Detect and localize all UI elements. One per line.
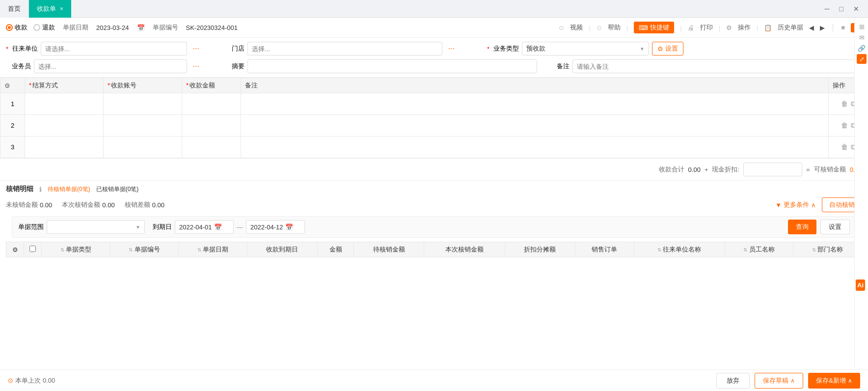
tab-receipt[interactable]: 收款单 × (29, 0, 71, 18)
col-due-date-label: 收款到期日 (266, 246, 298, 253)
range-field: 单据范围 ▼ (18, 220, 145, 234)
counterparty-field: * 往来单位 ··· (6, 42, 202, 56)
row-account-2[interactable] (104, 115, 182, 137)
row-delete-icon-1[interactable]: 🗑 (841, 100, 848, 108)
business-type-select[interactable]: 预收款 ▼ (522, 42, 649, 56)
radio-receive[interactable]: 收款 (6, 23, 27, 32)
radio-receive-label: 收款 (15, 23, 27, 32)
business-type-field: * 业务类型 预收款 ▼ ⚙ 设置 (487, 42, 683, 56)
row-settle-1[interactable] (25, 93, 104, 115)
row-delete-icon-3[interactable]: 🗑 (841, 143, 848, 151)
filter-setting-button[interactable]: 设置 (820, 220, 850, 234)
circle-icon-help: ⊙ (597, 24, 602, 31)
summary-input[interactable] (247, 59, 537, 73)
receipt-type-group: 收款 退款 (6, 23, 55, 32)
col-doc-num-label: 单据编号 (135, 246, 160, 253)
radio-refund-dot (33, 24, 40, 31)
sidebar-mail-icon[interactable]: ✉ (857, 32, 867, 42)
counterparty-more-icon[interactable]: ··· (190, 44, 202, 53)
range-select[interactable]: ▼ (47, 220, 145, 234)
sidebar-table-icon[interactable]: ⊞ (857, 22, 867, 31)
col-company-label: 往来单位名称 (663, 246, 701, 253)
col-company-header: ⇅ 往来单位名称 (634, 242, 725, 257)
row-amount-3[interactable] (182, 137, 241, 158)
help-button[interactable]: 帮助 (608, 23, 621, 32)
form-row-1: * 往来单位 ··· 门店 ··· * 业务类型 预收款 ▼ ⚙ (6, 42, 862, 56)
tab-done[interactable]: 已核销单据(0笔) (96, 185, 139, 194)
row-account-1[interactable] (104, 93, 182, 115)
number-value: SK-20230324-001 (186, 24, 238, 31)
save-draft-button[interactable]: 保存草稿 ∧ (755, 373, 803, 389)
nav-prev-button[interactable]: ◀ (809, 24, 814, 31)
bottom-table: ⚙ ⇅ 单据类型 ⇅ 单据编号 ⇅ 单据日期 (6, 242, 862, 257)
save-draft-label: 保存草稿 (763, 376, 788, 385)
footer-buttons: 放弃 保存草稿 ∧ 保存&新增 ∧ (716, 373, 860, 389)
tab-close-icon[interactable]: × (60, 5, 63, 12)
query-button[interactable]: 查询 (788, 220, 816, 234)
action-button[interactable]: 操作 (738, 23, 751, 32)
row-remark-2[interactable] (241, 115, 829, 137)
settings-button[interactable]: ⚙ 设置 (652, 42, 683, 56)
counterparty-input[interactable] (41, 42, 187, 56)
row-remark-3[interactable] (241, 137, 829, 158)
discount-input[interactable] (743, 163, 802, 176)
sidebar-expand-icon[interactable]: ⤢ (857, 54, 867, 64)
row-remark-1[interactable] (241, 93, 829, 115)
print-button[interactable]: 打印 (700, 23, 713, 32)
col-dept-label: 部门名称 (817, 246, 843, 253)
select-all-checkbox[interactable] (29, 246, 36, 252)
store-input[interactable] (247, 42, 442, 56)
number-label: 单据编号 (153, 23, 178, 32)
date-value[interactable]: 2023-03-24 (96, 24, 129, 31)
required-star: * (6, 45, 8, 53)
summary-label: 摘要 (232, 62, 244, 71)
table-settings-icon[interactable]: ⚙ (4, 82, 10, 89)
row-num-1: 1 (0, 93, 25, 115)
tab-home[interactable]: 首页 (0, 0, 29, 18)
tab-receipt-label: 收款单 (37, 4, 56, 13)
shortcut-button[interactable]: ⌨ 快捷键 (634, 22, 674, 33)
video-button[interactable]: 视频 (570, 23, 583, 32)
calendar-icon[interactable]: 📅 (137, 24, 145, 31)
date-label: 到期日 (153, 223, 172, 231)
col-sales-order-label: 销售订单 (592, 246, 617, 253)
nav-next-button[interactable]: ▶ (820, 24, 825, 31)
close-button[interactable]: ✕ (850, 4, 862, 14)
radio-refund[interactable]: 退款 (33, 23, 55, 32)
row-account-3[interactable] (104, 137, 182, 158)
help-label: 帮助 (608, 23, 621, 32)
gear-icon-2[interactable]: ⚙ (12, 246, 18, 253)
row-amount-2[interactable] (182, 115, 241, 137)
date-end-input[interactable]: 2022-04-12 📅 (246, 220, 305, 234)
date-start-input[interactable]: 2022-04-01 📅 (175, 220, 234, 234)
row-delete-icon-2[interactable]: 🗑 (841, 121, 848, 130)
writeoff-title: 核销明细 (6, 185, 33, 194)
table-row: 1 🗑 ⧉ (0, 93, 868, 115)
abandon-button[interactable]: 放弃 (716, 373, 750, 389)
row-settle-2[interactable] (25, 115, 104, 137)
col-amount-label: 金额 (329, 246, 342, 253)
col-doc-type-header: ⇅ 单据类型 (42, 242, 110, 257)
ai-button[interactable]: Ai (856, 279, 865, 291)
maximize-button[interactable]: □ (837, 4, 846, 14)
row-settle-3[interactable] (25, 137, 104, 158)
save-new-button[interactable]: 保存&新增 ∧ (808, 373, 860, 389)
writeoff-header: 核销明细 ℹ 待核销单据(0笔) 已核销单据(0笔) (6, 185, 862, 194)
remark-input[interactable] (572, 59, 862, 73)
row-amount-1[interactable] (182, 93, 241, 115)
more-conditions-button[interactable]: ▼ 更多条件 ∧ (775, 200, 816, 209)
view-list-button[interactable]: ≡ (841, 24, 845, 31)
staff-more-icon[interactable]: ··· (190, 62, 202, 71)
total-value: 0.00 (688, 166, 701, 173)
right-sidebar: ⊞ ✉ 🔗 ⤢ Ai (854, 18, 868, 369)
business-type-label: 业务类型 (493, 44, 519, 53)
staff-input[interactable] (34, 59, 187, 73)
minimize-button[interactable]: ─ (822, 4, 833, 14)
verify-label: 可核销金额 (814, 165, 846, 174)
sidebar-link-icon[interactable]: 🔗 (857, 43, 867, 53)
store-more-icon[interactable]: ··· (445, 44, 458, 53)
history-button[interactable]: 历史单据 (778, 23, 803, 32)
tab-pending[interactable]: 待核销单据(0笔) (48, 185, 90, 194)
col-pending-header: 待核销金额 (354, 242, 424, 257)
info-icon[interactable]: ℹ (39, 186, 42, 193)
